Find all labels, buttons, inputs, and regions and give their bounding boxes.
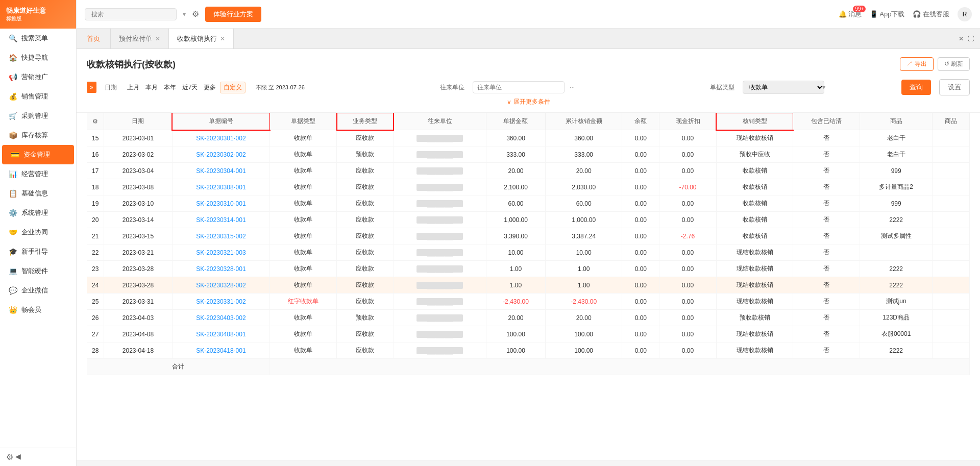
sidebar-label-finance: 资金管理 (23, 150, 50, 159)
cell-balance: 0.00 (622, 195, 659, 212)
tab-maximize-icon[interactable]: ⛶ (968, 35, 974, 42)
cell-biz-type: 应收款 (337, 163, 394, 179)
sidebar-item-operation[interactable]: 📊经营管理 (0, 164, 76, 184)
this-month-btn[interactable]: 本月 (143, 82, 160, 93)
cell-verify-amount: 3,387.24 (545, 228, 622, 244)
date-range-text: 不限 至 2023-07-26 (256, 84, 304, 91)
sidebar-item-system[interactable]: ⚙️系统管理 (0, 203, 76, 223)
cell-biz-type: 应收款 (337, 228, 394, 244)
cell-bill-no: SK-20230328-001 (172, 261, 270, 277)
bill-no-link[interactable]: SK-20230328-001 (196, 265, 246, 273)
cell-no: 23 (87, 261, 104, 277)
filter-toggle-btn[interactable]: » (87, 82, 96, 93)
cell-bill-type: 收款单 (270, 146, 337, 163)
cell-biz-type: 预收款 (337, 146, 394, 163)
sidebar-item-quicknav[interactable]: 🏠快捷导航 (0, 48, 76, 67)
online-service-label: 在线客服 (923, 10, 949, 18)
sidebar-item-hardware[interactable]: 💻智能硬件 (0, 261, 76, 281)
date-filter-label: 日期 (105, 83, 117, 92)
custom-date-btn[interactable]: 自定义 (220, 82, 246, 93)
system-icon: ⚙️ (8, 209, 17, 217)
last-7days-btn[interactable]: 近7天 (180, 82, 200, 93)
bill-no-link[interactable]: SK-20230328-002 (196, 282, 246, 289)
tab-collection-close[interactable]: ✕ (220, 35, 225, 42)
export-button[interactable]: ↗ 导出 (900, 57, 933, 71)
cell-included: 否 (793, 212, 860, 228)
tab-close-window-icon[interactable]: ✕ (959, 35, 964, 42)
doc-type-select[interactable]: 收款单 付款单 全部 (743, 81, 824, 94)
table-scrollbar[interactable] (77, 460, 980, 466)
doc-type-label: 单据类型 (710, 83, 734, 92)
message-link[interactable]: 🔔 消息 99+ (839, 10, 862, 19)
bill-no-link[interactable]: SK-20230408-001 (196, 331, 246, 338)
tab-home[interactable]: 首页 (77, 29, 111, 48)
sidebar-item-finance[interactable]: 💳资金管理 (2, 145, 74, 164)
bill-no-link[interactable]: SK-20230302-002 (196, 151, 246, 158)
cell-goods1: 多计量商品2 (860, 179, 933, 195)
sidebar-logo: 畅康道好生意 标推版 (0, 0, 76, 29)
cell-goods2 (933, 195, 970, 212)
expand-label: 展开更多条件 (513, 97, 550, 106)
cell-date: 2023-04-03 (104, 310, 172, 326)
refresh-icon: ↺ (944, 60, 949, 67)
bill-no-link[interactable]: SK-20230310-001 (196, 200, 246, 207)
sidebar-item-member[interactable]: 👑畅会员 (0, 300, 76, 320)
cell-amount: 333.00 (486, 146, 545, 163)
bill-no-link[interactable]: SK-20230304-001 (196, 167, 246, 175)
bill-no-link[interactable]: SK-20230418-001 (196, 347, 246, 354)
sidebar-item-purchase[interactable]: 🛒采购管理 (0, 106, 76, 126)
sidebar-item-search[interactable]: 🔍搜索菜单 (0, 29, 76, 48)
bill-no-link[interactable]: SK-20230308-001 (196, 184, 246, 191)
bill-no-link[interactable]: SK-20230301-002 (196, 135, 246, 142)
this-year-btn[interactable]: 本年 (162, 82, 178, 93)
bill-no-link[interactable]: SK-20230403-002 (196, 314, 246, 322)
cell-verify-amount: -2,430.00 (545, 293, 622, 310)
bill-no-link[interactable]: SK-20230315-002 (196, 233, 246, 240)
search-input[interactable] (85, 8, 177, 20)
cell-goods1: 老白干 (860, 130, 933, 146)
tab-collection[interactable]: 收款核销执行 ✕ (169, 29, 234, 48)
col-cash-discount: 现金折扣 (659, 113, 717, 130)
sidebar-item-basic[interactable]: 📋基础信息 (0, 184, 76, 203)
cell-partner: ██████ (394, 261, 486, 277)
cell-balance: 0.00 (622, 212, 659, 228)
gear-icon[interactable]: ⚙ (192, 9, 199, 19)
cell-goods2 (933, 146, 970, 163)
cell-balance: 0.00 (622, 130, 659, 146)
collapse-icon[interactable]: ◀ (15, 452, 21, 462)
sidebar-item-guide[interactable]: 🎓新手引导 (0, 242, 76, 261)
sidebar-item-sales[interactable]: 💰销售管理 (0, 87, 76, 106)
col-config[interactable]: ⚙ (87, 113, 104, 130)
cell-no: 15 (87, 130, 104, 146)
sidebar-item-marketing[interactable]: 📢营销推广 (0, 67, 76, 87)
settings-icon[interactable]: ⚙ (6, 452, 13, 462)
sidebar-label-marketing: 营销推广 (21, 72, 48, 82)
expand-conditions[interactable]: ∨ 展开更多条件 (87, 95, 970, 108)
cell-goods1: 测试jun (860, 293, 933, 310)
tab-prepay-close[interactable]: ✕ (155, 35, 160, 42)
query-button[interactable]: 查询 (901, 80, 931, 95)
last-month-btn[interactable]: 上月 (125, 82, 141, 93)
cell-balance: 0.00 (622, 326, 659, 342)
app-download-link[interactable]: 📱 App下载 (870, 10, 904, 19)
bill-no-link[interactable]: SK-20230314-001 (196, 216, 246, 224)
bill-no-link[interactable]: SK-20230321-003 (196, 249, 246, 256)
bill-no-link[interactable]: SK-20230331-002 (196, 298, 246, 305)
user-avatar[interactable]: R (958, 7, 972, 21)
partner-input[interactable] (473, 81, 565, 93)
more-date-btn[interactable]: 更多 (202, 82, 218, 93)
partner-dots[interactable]: ··· (570, 84, 575, 91)
sidebar-item-inventory[interactable]: 📦库存核算 (0, 126, 76, 145)
settings-button[interactable]: 设置 (939, 79, 970, 95)
cell-balance: 0.00 (622, 277, 659, 293)
sidebar-item-enterprise[interactable]: 🤝企业协同 (0, 223, 76, 242)
cell-bill-type: 收款单 (270, 163, 337, 179)
table-row: 19 2023-03-10 SK-20230310-001 收款单 应收款 ██… (87, 195, 970, 212)
cell-partner: ██████ (394, 130, 486, 146)
online-service-link[interactable]: 🎧 在线客服 (913, 10, 949, 19)
refresh-button[interactable]: ↺ 刷新 (938, 57, 970, 71)
industry-btn[interactable]: 体验行业方案 (205, 7, 261, 22)
member-icon: 👑 (8, 306, 17, 314)
tab-prepay[interactable]: 预付应付单 ✕ (111, 29, 169, 48)
sidebar-item-wechat[interactable]: 💬企业微信 (0, 281, 76, 300)
